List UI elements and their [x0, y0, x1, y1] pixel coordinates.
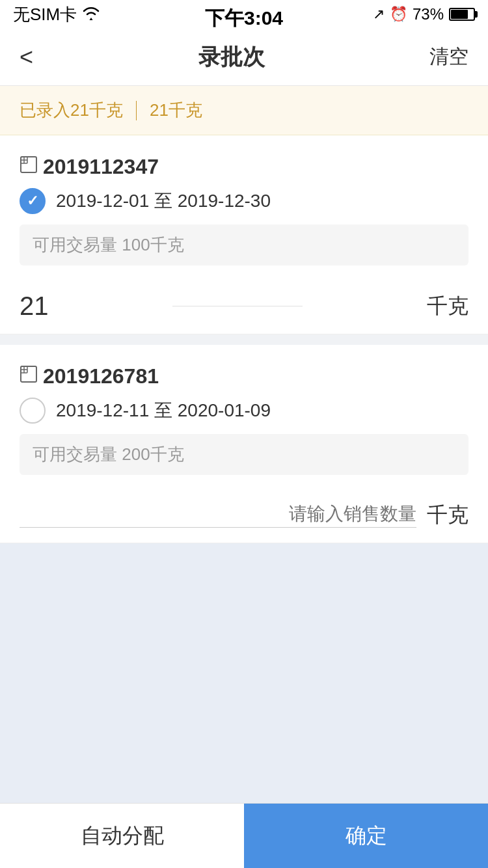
clear-button[interactable]: 清空	[429, 44, 468, 70]
batch2-radio[interactable]	[20, 398, 46, 424]
nav-bar: < 录批次 清空	[0, 29, 488, 86]
batch2-qty-row[interactable]: 千克	[0, 488, 488, 543]
batch2-doc-icon	[20, 365, 38, 388]
batch2-qty-input[interactable]	[20, 504, 416, 524]
svg-rect-4	[21, 366, 36, 382]
alarm-icon: ⏰	[390, 6, 407, 23]
batch1-qty-row: 21 千克	[0, 278, 488, 334]
batch2-date: 2019-12-11 至 2020-01-09	[56, 398, 271, 423]
batch1-id: 2019112347	[43, 155, 159, 179]
status-carrier: 无SIM卡	[13, 3, 100, 26]
confirm-button[interactable]: 确定	[244, 804, 488, 868]
svg-rect-0	[21, 157, 36, 172]
separator-1	[0, 334, 488, 345]
auto-assign-button[interactable]: 自动分配	[0, 804, 244, 868]
status-bar: 无SIM卡 下午3:04 ↗ ⏰ 73%	[0, 0, 488, 29]
batch1-date: 2019-12-01 至 2019-12-30	[56, 189, 271, 213]
batch2-id: 2019126781	[43, 364, 159, 388]
batch1-date-row[interactable]: 2019-12-01 至 2019-12-30	[20, 188, 468, 214]
wifi-icon	[82, 5, 100, 25]
batch2-qty-unit: 千克	[427, 501, 468, 530]
back-button[interactable]: <	[20, 44, 33, 71]
banner-divider	[136, 101, 137, 120]
total-qty: 21千克	[150, 99, 202, 122]
carrier-text: 无SIM卡	[13, 3, 77, 26]
batch1-qty-divider	[172, 306, 303, 306]
status-time: 下午3:04	[205, 5, 283, 32]
batch2-id-row: 2019126781	[20, 364, 468, 388]
batch2-available-qty: 可用交易量 200千克	[20, 434, 468, 475]
location-icon: ↗	[373, 6, 385, 23]
batch1-qty-unit: 千克	[427, 292, 468, 321]
batch1-id-row: 2019112347	[20, 155, 468, 179]
batch1-doc-icon	[20, 156, 38, 178]
battery-icon	[449, 8, 475, 21]
batch2-qty-underline[interactable]	[20, 504, 416, 528]
info-banner: 已录入21千克 21千克	[0, 86, 488, 135]
page-title: 录批次	[198, 42, 265, 72]
batch1-available-qty: 可用交易量 100千克	[20, 224, 468, 265]
batch-item-1: 2019112347 2019-12-01 至 2019-12-30 可用交易量…	[0, 135, 488, 334]
battery-percent: 73%	[413, 5, 444, 23]
batch1-qty-value: 21	[20, 292, 49, 321]
status-indicators: ↗ ⏰ 73%	[373, 5, 475, 23]
batch2-date-row[interactable]: 2019-12-11 至 2020-01-09	[20, 398, 468, 424]
batch1-radio[interactable]	[20, 188, 46, 214]
bottom-buttons: 自动分配 确定	[0, 803, 488, 868]
batch-item-2: 2019126781 2019-12-11 至 2020-01-09 可用交易量…	[0, 345, 488, 543]
empty-area	[0, 543, 488, 817]
recorded-qty: 已录入21千克	[20, 99, 123, 122]
